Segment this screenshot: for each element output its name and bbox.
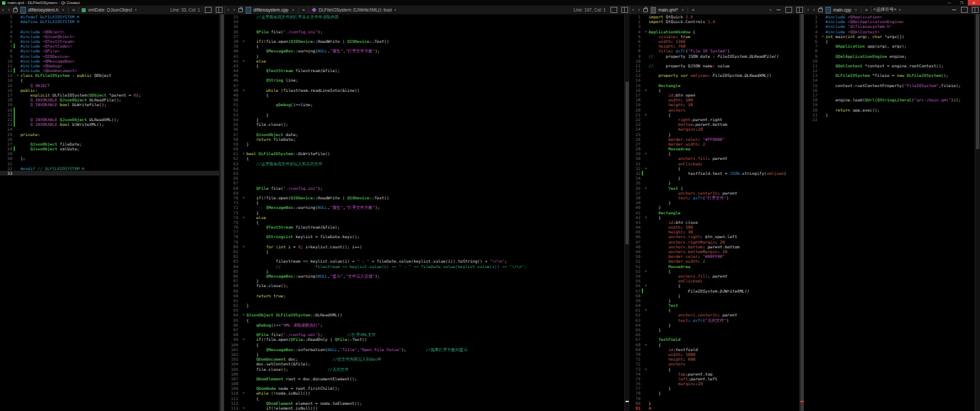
code-text[interactable]: margins:20 xyxy=(649,127,800,131)
line-number[interactable]: 41 xyxy=(630,210,642,215)
code-line[interactable]: 81 { xyxy=(225,249,625,254)
code-line[interactable]: 34 xyxy=(225,19,625,24)
code-line[interactable]: 78 } xyxy=(630,391,800,395)
line-number[interactable]: 85 xyxy=(225,269,240,274)
code-line[interactable]: 101 QMessageBox::information(NULL,"Title… xyxy=(225,347,625,352)
line-number[interactable]: 102 xyxy=(225,352,240,357)
code-text[interactable]: { xyxy=(246,156,625,161)
code-text[interactable]: QMessageBox::information(NULL,"Title","O… xyxy=(246,347,625,352)
line-number[interactable]: 26 xyxy=(0,137,14,142)
code-line[interactable]: 17 explicit DLFileIOSystem(QObject *pare… xyxy=(0,93,220,97)
code-line[interactable]: 4#include <QObject> xyxy=(0,29,220,34)
code-line[interactable]: 58 } xyxy=(630,293,800,298)
code-text[interactable]: } xyxy=(246,269,625,274)
line-number[interactable]: 82 xyxy=(225,254,240,259)
line-number[interactable]: 18 xyxy=(0,97,14,102)
code-line[interactable]: 33 xyxy=(0,171,220,176)
code-text[interactable]: bottom:parent.bottom xyxy=(649,122,800,127)
close-document-icon[interactable]: × xyxy=(689,7,697,13)
code-text[interactable]: TextField xyxy=(649,337,800,342)
fold-marker-icon[interactable]: ▼ xyxy=(820,34,826,39)
code-text[interactable] xyxy=(649,396,800,401)
code-text[interactable]: #include <QMessageBox> xyxy=(20,59,220,63)
fold-marker-icon[interactable]: ▼ xyxy=(241,337,246,342)
fold-marker-icon[interactable]: ▼ xyxy=(15,73,20,78)
fold-marker-icon[interactable]: ▼ xyxy=(643,112,649,117)
code-text[interactable]: #include <QTextCodec> xyxy=(20,44,220,48)
code-text[interactable]: QMessageBox::warning(NULL,"警告","打开文件失败")… xyxy=(246,48,625,53)
code-line[interactable]: 11#include <QDebug> xyxy=(0,63,220,68)
line-number[interactable]: 30 xyxy=(630,156,642,161)
line-number[interactable]: 97 xyxy=(225,327,240,332)
code-line[interactable]: 14 xyxy=(804,78,975,82)
line-number[interactable]: 28 xyxy=(0,146,14,151)
code-line[interactable]: 76 QTextStream filestream(&file); xyxy=(225,225,625,229)
line-number[interactable]: 63 xyxy=(630,318,642,323)
code-text[interactable] xyxy=(20,161,220,166)
fold-marker-icon[interactable]: ▼ xyxy=(241,244,246,249)
line-number[interactable]: 110 xyxy=(225,391,240,395)
close-button[interactable]: ✕ xyxy=(968,0,980,5)
code-text[interactable]: for (int i = 0; i<keylist.count(); i++) xyxy=(246,244,625,249)
line-number[interactable]: 55 xyxy=(630,278,642,283)
line-number[interactable]: 39 xyxy=(630,200,642,205)
code-line[interactable]: 4▼ApplicationWindow { xyxy=(630,29,800,34)
line-number[interactable]: 89 xyxy=(225,289,240,293)
remove-split-icon[interactable] xyxy=(777,10,781,10)
code-line[interactable]: 81A xyxy=(630,406,800,410)
code-text[interactable] xyxy=(246,24,625,29)
code-text[interactable]: // property QJSON name: value xyxy=(649,63,800,68)
chevron-down-icon[interactable]: ▼ xyxy=(681,8,684,12)
line-number[interactable]: 53 xyxy=(225,112,240,117)
code-text[interactable]: property var xmljson: FileIOSystem.DLRea… xyxy=(649,73,800,78)
code-line[interactable]: 10#include <QMessageBox> xyxy=(0,59,220,63)
code-line[interactable]: 18 width: 100 xyxy=(630,97,800,102)
code-text[interactable]: QString line; xyxy=(246,78,625,82)
close-split-icon[interactable] xyxy=(972,7,979,13)
fold-marker-icon[interactable]: ▼ xyxy=(643,88,649,93)
code-line[interactable]: 29 xyxy=(0,151,220,156)
code-line[interactable]: 2#include <QQmlApplicationEngine> xyxy=(804,19,975,24)
code-text[interactable]: top:parent.top xyxy=(649,372,800,376)
code-text[interactable]: { xyxy=(246,44,625,48)
code-line[interactable]: 64 xyxy=(225,166,625,171)
line-number[interactable]: 8 xyxy=(630,48,642,53)
line-number[interactable]: 59 xyxy=(630,298,642,303)
close-document-icon[interactable]: × xyxy=(863,7,870,13)
line-number[interactable]: 41 xyxy=(225,54,240,59)
code-text[interactable]: file.close(); xyxy=(246,122,625,127)
code-text[interactable] xyxy=(246,127,625,131)
line-number[interactable]: 17 xyxy=(630,93,642,97)
code-line[interactable]: 8 xyxy=(804,48,975,53)
line-number[interactable]: 75 xyxy=(630,376,642,381)
code-text[interactable] xyxy=(246,381,625,386)
code-text[interactable]: QQmlApplicationEngine engine; xyxy=(826,54,975,59)
code-line[interactable]: 68 QFile file("./config.ini"); xyxy=(225,186,625,191)
code-text[interactable]: anchors.rightMargin: 20 xyxy=(649,240,800,244)
split-editor-icon[interactable] xyxy=(610,7,617,13)
minimize-button[interactable]: — xyxy=(943,0,956,5)
code-line[interactable]: 18 Q_INVOKABLE QJsonObject DLReadFile(); xyxy=(0,97,220,102)
line-number[interactable]: 83 xyxy=(225,259,240,263)
code-text[interactable] xyxy=(246,34,625,39)
code-text[interactable] xyxy=(649,68,800,73)
code-line[interactable]: 47 anchors.rightMargin: 20 xyxy=(630,240,800,244)
code-text[interactable]: QDomElement element = node.toElement(); xyxy=(246,401,625,406)
code-line[interactable]: 87 } xyxy=(225,278,625,283)
line-number[interactable]: 38 xyxy=(225,39,240,44)
line-number[interactable]: 36 xyxy=(225,29,240,34)
fold-marker-icon[interactable]: ▼ xyxy=(643,166,649,171)
fold-marker-icon[interactable]: ▼ xyxy=(643,29,649,34)
line-number[interactable]: 90 xyxy=(225,293,240,298)
code-line[interactable]: 75 left:parent.left xyxy=(630,376,800,381)
chevron-down-icon[interactable]: ▼ xyxy=(769,8,772,12)
open-document-name[interactable]: main.qml* xyxy=(658,7,678,12)
fold-marker-icon[interactable]: ▼ xyxy=(241,215,246,220)
code-line[interactable]: 5#include <QJsonObject> xyxy=(0,34,220,39)
line-number[interactable]: 12 xyxy=(804,68,819,73)
code-text[interactable] xyxy=(246,19,625,24)
code-text[interactable]: context->setContextProperty("FileIOSyste… xyxy=(826,83,975,88)
code-text[interactable]: visible: true xyxy=(649,34,800,39)
line-number[interactable]: 14 xyxy=(0,78,14,82)
line-number[interactable]: 78 xyxy=(225,234,240,239)
